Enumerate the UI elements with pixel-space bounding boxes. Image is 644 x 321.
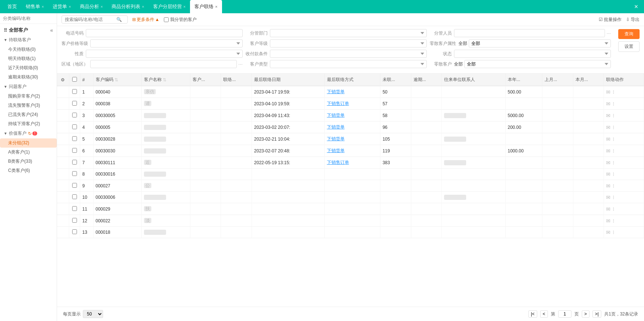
nav-customer-segment[interactable]: 客户分层经营× — [149, 0, 190, 13]
td-checkbox[interactable] — [69, 227, 80, 238]
th-settings[interactable]: ⚙ — [57, 74, 69, 86]
comment-icon[interactable]: ✉ — [606, 89, 610, 95]
manager-dots[interactable]: ··· — [606, 30, 611, 36]
reset-button[interactable]: 设置 — [618, 41, 640, 52]
sidebar-tomorrow-pending[interactable]: 明天待联络(1) — [0, 54, 57, 63]
sidebar-churn-warning[interactable]: 流失预警客户(3) — [0, 101, 57, 110]
all-customers-label[interactable]: 全部客户 — [9, 27, 28, 33]
td-checkbox[interactable] — [69, 133, 80, 145]
sidebar-a-class[interactable]: A类客户(1) — [0, 148, 57, 157]
filter-payment-select[interactable] — [270, 50, 427, 58]
close-purchase-tab[interactable]: × — [68, 4, 71, 9]
th-checkbox[interactable] — [69, 74, 80, 86]
more-conditions-label[interactable]: 更多条件 — [137, 17, 154, 23]
filter-customer-level-select[interactable] — [270, 39, 427, 47]
page-number-input[interactable] — [558, 310, 571, 318]
row-checkbox[interactable] — [72, 89, 77, 94]
row-checkbox[interactable] — [72, 206, 77, 211]
comment-icon[interactable]: ✉ — [606, 206, 610, 212]
close-segment-tab[interactable]: × — [183, 4, 186, 9]
row-checkbox[interactable] — [72, 171, 77, 176]
comment-icon[interactable]: ✉ — [606, 171, 610, 177]
filter-area-input[interactable] — [90, 60, 237, 68]
menu-icon[interactable]: ⁝ — [613, 160, 614, 166]
td-checkbox[interactable] — [69, 145, 80, 157]
contact-method-link[interactable]: 下销货单 — [327, 113, 345, 118]
menu-icon[interactable]: ⁝ — [613, 101, 614, 107]
comment-icon[interactable]: ✉ — [606, 183, 610, 189]
refresh-icon[interactable]: ↻ — [28, 131, 32, 136]
page-size-select[interactable]: 50 10 20 100 — [83, 310, 103, 318]
contact-method-link[interactable]: 下销货单 — [327, 148, 345, 153]
menu-icon[interactable]: ⁝ — [613, 194, 614, 200]
batch-label[interactable]: 批量操作 — [604, 17, 622, 23]
filter-manager-input[interactable] — [454, 29, 605, 37]
sidebar-hoarding-abnormal[interactable]: 囤购异常客户(2) — [0, 92, 57, 101]
contact-method-link[interactable]: 下销货单 — [327, 136, 345, 141]
td-checkbox[interactable] — [69, 169, 80, 180]
sidebar-search-input[interactable] — [3, 16, 57, 21]
contact-method-link[interactable]: 下销售订单 — [327, 160, 349, 165]
my-customers-checkbox[interactable] — [164, 17, 169, 22]
filter-price-level-select[interactable] — [90, 39, 243, 47]
nav-sales[interactable]: 销售单× — [21, 0, 48, 13]
filter-phone-input[interactable] — [86, 29, 243, 37]
menu-icon[interactable]: ⁝ — [613, 113, 614, 119]
menu-icon[interactable]: ⁝ — [613, 171, 614, 177]
row-checkbox[interactable] — [72, 136, 77, 141]
sidebar-declining[interactable]: 持续下滑客户(2) — [0, 119, 57, 128]
menu-icon[interactable]: ⁝ — [613, 183, 614, 189]
sidebar-ungrouped[interactable]: 未分组(32) — [0, 138, 57, 148]
row-checkbox[interactable] — [72, 183, 77, 188]
contact-method-link[interactable]: 下销货单 — [327, 124, 345, 130]
contact-method-link[interactable]: 下销货单 — [327, 89, 345, 94]
close-contact-tab[interactable]: × — [215, 4, 217, 9]
first-page-btn[interactable]: |< — [528, 310, 537, 318]
sidebar-churned[interactable]: 已流失客户(24) — [0, 110, 57, 119]
sidebar-group-value[interactable]: ▼ 价值客户 ↻ ! — [0, 128, 57, 138]
filter-sparse-attr-select[interactable]: 全部 — [469, 39, 611, 47]
td-checkbox[interactable] — [69, 98, 80, 110]
row-checkbox[interactable] — [72, 148, 77, 153]
menu-icon[interactable]: ⁝ — [613, 229, 614, 235]
last-page-btn[interactable]: >| — [592, 310, 601, 318]
area-dots[interactable]: ··· — [238, 61, 243, 67]
filter-sparse-customer-select[interactable]: 全部 — [464, 60, 611, 68]
close-sales-tab[interactable]: × — [42, 4, 44, 9]
td-checkbox[interactable] — [69, 192, 80, 203]
sidebar-c-class[interactable]: C类客户(6) — [0, 166, 57, 175]
td-checkbox[interactable] — [69, 203, 80, 215]
menu-icon[interactable]: ⁝ — [613, 136, 614, 142]
td-checkbox[interactable] — [69, 110, 80, 121]
sidebar-group-problem[interactable]: ▼ 问题客户 — [0, 82, 57, 92]
nav-customer-contact[interactable]: 客户联络× — [190, 0, 222, 13]
close-product-tab[interactable]: × — [101, 4, 103, 9]
td-checkbox[interactable] — [69, 86, 80, 98]
menu-icon[interactable]: ⁝ — [613, 148, 614, 154]
row-checkbox[interactable] — [72, 229, 77, 234]
next-page-btn[interactable]: > — [582, 310, 590, 318]
sidebar-b-class[interactable]: B类客户(33) — [0, 157, 57, 166]
export-btn[interactable]: ⇩ 导出 — [626, 17, 640, 23]
td-checkbox[interactable] — [69, 180, 80, 192]
comment-icon[interactable]: ✉ — [606, 160, 610, 166]
comment-icon[interactable]: ✉ — [606, 136, 610, 142]
nav-product-analysis[interactable]: 商品分析× — [75, 0, 107, 13]
row-checkbox[interactable] — [72, 160, 77, 165]
sidebar-today-pending[interactable]: 今天待联络(0) — [0, 45, 57, 54]
td-checkbox[interactable] — [69, 215, 80, 227]
menu-icon[interactable]: ⁝ — [613, 89, 614, 95]
comment-icon[interactable]: ✉ — [606, 229, 610, 235]
menu-icon[interactable]: ⁝ — [613, 218, 614, 224]
filter-customer-type-select[interactable] — [270, 60, 427, 68]
row-checkbox[interactable] — [72, 113, 77, 117]
row-checkbox[interactable] — [72, 101, 77, 106]
select-all-checkbox[interactable] — [72, 77, 77, 82]
comment-icon[interactable]: ✉ — [606, 194, 610, 200]
sidebar-overdue-pending[interactable]: 逾期未联络(30) — [0, 73, 57, 82]
row-checkbox[interactable] — [72, 124, 77, 129]
close-productlist-tab[interactable]: × — [142, 4, 144, 9]
prev-page-btn[interactable]: < — [540, 310, 548, 318]
filter-status-select[interactable] — [454, 50, 611, 58]
comment-icon[interactable]: ✉ — [606, 101, 610, 107]
